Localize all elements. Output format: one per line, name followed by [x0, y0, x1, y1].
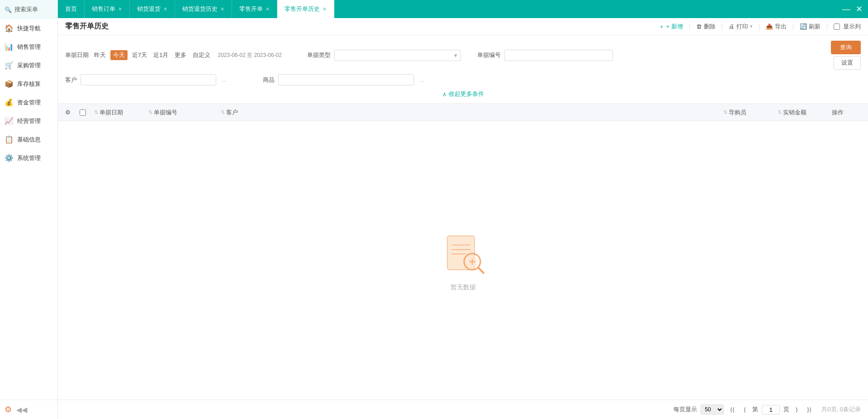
bill-type-select[interactable]	[334, 50, 461, 61]
tab-sales-return-close[interactable]: ✕	[163, 6, 167, 12]
first-page-icon[interactable]: ⟨⟨	[727, 405, 737, 414]
print-dropdown-icon: ▾	[750, 24, 753, 29]
product-group: 商品 ...	[263, 74, 426, 85]
tab-retail-open[interactable]: 零售开单 ✕	[232, 0, 277, 18]
product-input[interactable]	[278, 74, 414, 85]
page-label: 页	[783, 405, 789, 414]
page-title: 零售开单历史	[65, 22, 109, 31]
date-btn-custom[interactable]: 自定义	[191, 50, 212, 60]
sidebar-item-operations[interactable]: 📈 经营管理	[0, 112, 57, 130]
tab-sales-order[interactable]: 销售订单 ✕	[85, 0, 130, 18]
tab-retail-history-close[interactable]: ✕	[323, 6, 327, 12]
add-button[interactable]: ＋ + 新增	[659, 23, 683, 31]
collapse-up-icon: ∧	[442, 91, 447, 98]
collapse-sidebar-icon[interactable]: ◀◀	[16, 405, 27, 414]
tab-retail-open-label: 零售开单	[239, 5, 263, 13]
th-date-label: 单据日期	[100, 108, 123, 117]
svg-line-6	[478, 268, 484, 273]
sidebar-item-finance[interactable]: 💰 资金管理	[0, 93, 57, 112]
tab-sales-return[interactable]: 销货退货 ✕	[130, 0, 175, 18]
th-amount[interactable]: ⇅ 实销金额	[774, 108, 828, 117]
print-icon: 🖨	[729, 23, 735, 30]
delete-button[interactable]: 🗑 删除	[696, 23, 716, 31]
filter-row-2: 客户 ... 商品 ...	[65, 74, 861, 85]
sidebar-item-purchase-mgmt[interactable]: 🛒 采购管理	[0, 56, 57, 75]
customer-more-icon[interactable]: ...	[220, 76, 228, 83]
query-button[interactable]: 查询	[831, 41, 861, 54]
select-all-checkbox[interactable]	[80, 109, 86, 116]
tab-sales-return-history[interactable]: 销货退货历史 ✕	[175, 0, 232, 18]
th-customer-label: 客户	[226, 108, 238, 117]
th-billno[interactable]: ⇅ 单据编号	[145, 108, 217, 117]
last-page-icon[interactable]: ⟩⟩	[804, 405, 814, 414]
bill-no-input[interactable]	[504, 50, 613, 61]
date-btn-today[interactable]: 今天	[110, 50, 128, 60]
th-checkbox[interactable]	[76, 109, 90, 116]
display-cols-label: 显示列	[843, 23, 861, 31]
bill-type-group: 单据类型	[307, 50, 461, 61]
next-page-icon[interactable]: ⟩	[793, 405, 801, 414]
minimize-icon[interactable]: —	[842, 5, 850, 14]
finance-icon: 💰	[5, 98, 14, 107]
date-btn-yesterday[interactable]: 昨天	[92, 50, 108, 60]
tab-sales-return-history-label: 销货退货历史	[182, 5, 218, 13]
current-page-input[interactable]	[762, 405, 780, 414]
basic-info-icon: 📋	[5, 135, 14, 144]
close-window-icon[interactable]: ✕	[856, 4, 863, 14]
sidebar: 🔍 搜索采单 🏠 快捷导航 📊 销售管理 🛒 采购管理 📦 库存核算 💰 资金管…	[0, 0, 58, 419]
sidebar-item-label: 资金管理	[17, 99, 41, 107]
sort-icon: ⇅	[723, 109, 727, 115]
bill-no-group: 单据编号	[477, 50, 613, 61]
sidebar-item-sales-mgmt[interactable]: 📊 销售管理	[0, 38, 57, 56]
th-billno-label: 单据编号	[154, 108, 177, 117]
divider	[689, 23, 690, 30]
sort-icon: ⇅	[221, 109, 225, 115]
display-cols-button[interactable]: 显示列	[834, 23, 861, 31]
tabbar: 首页 销售订单 ✕ 销货退货 ✕ 销货退货历史 ✕ 零售开单 ✕ 零售开单历史 …	[58, 0, 868, 18]
th-date[interactable]: ⇅ 单据日期	[90, 108, 145, 117]
date-btn-last7[interactable]: 近7天	[130, 50, 149, 60]
date-buttons: 昨天 今天 近7天 近1月 更多 自定义	[92, 50, 212, 60]
sidebar-item-label: 采购管理	[17, 61, 41, 70]
sidebar-item-inventory[interactable]: 📦 库存核算	[0, 75, 57, 93]
date-btn-more[interactable]: 更多	[173, 50, 188, 60]
sidebar-search[interactable]: 🔍 搜索采单	[0, 0, 57, 19]
bill-type-label: 单据类型	[307, 51, 331, 59]
export-button[interactable]: 📤 导出	[766, 23, 787, 31]
tab-retail-open-close[interactable]: ✕	[266, 6, 270, 12]
settings-button[interactable]: 设置	[834, 56, 861, 70]
date-btn-last-month[interactable]: 近1月	[152, 50, 170, 60]
tab-sales-order-close[interactable]: ✕	[118, 6, 122, 12]
tab-retail-history[interactable]: 零售开单历史 ✕	[277, 0, 334, 18]
sidebar-item-sys-mgmt[interactable]: ⚙️ 系统管理	[0, 149, 57, 167]
delete-icon: 🗑	[696, 23, 702, 30]
settings-bottom-icon[interactable]: ⚙	[5, 405, 12, 414]
customer-input[interactable]	[81, 74, 216, 85]
sidebar-item-basic-info[interactable]: 📋 基础信息	[0, 130, 57, 149]
empty-text: 暂无数据	[451, 283, 476, 292]
sidebar-item-label: 系统管理	[17, 154, 41, 162]
total-info: 共0页, 0条记录	[821, 405, 861, 414]
add-label: + 新增	[666, 23, 683, 31]
collapse-filter-row[interactable]: ∧ 收起更多条件	[65, 90, 861, 98]
tab-home[interactable]: 首页	[58, 0, 85, 18]
filter-area: 单据日期 昨天 今天 近7天 近1月 更多 自定义 2023-06-02 至 2…	[58, 35, 868, 104]
collapse-label: 收起更多条件	[449, 90, 484, 98]
th-settings[interactable]: ⚙	[62, 109, 76, 116]
date-range-display: 2023-06-02 至 2023-06-02	[218, 52, 281, 59]
display-cols-checkbox[interactable]	[834, 24, 840, 30]
toolbar-actions: ＋ + 新增 🗑 删除 🖨 打印 ▾ 📤 导出	[659, 23, 861, 31]
th-salesperson[interactable]: ⇅ 导购员	[720, 108, 774, 117]
refresh-button[interactable]: 🔄 刷新	[800, 23, 821, 31]
product-more-icon[interactable]: ...	[417, 76, 426, 83]
th-customer[interactable]: ⇅ 客户	[217, 108, 720, 117]
print-button[interactable]: 🖨 打印 ▾	[729, 23, 753, 31]
sort-icon: ⇅	[94, 109, 98, 115]
operations-icon: 📈	[5, 117, 14, 125]
product-label: 商品	[263, 76, 275, 84]
page-size-select[interactable]: 50 20 100	[701, 405, 724, 414]
refresh-icon: 🔄	[800, 23, 807, 30]
tab-sales-return-history-close[interactable]: ✕	[220, 6, 224, 12]
sidebar-item-quick-nav[interactable]: 🏠 快捷导航	[0, 19, 57, 38]
prev-page-icon[interactable]: ⟨	[741, 405, 749, 414]
